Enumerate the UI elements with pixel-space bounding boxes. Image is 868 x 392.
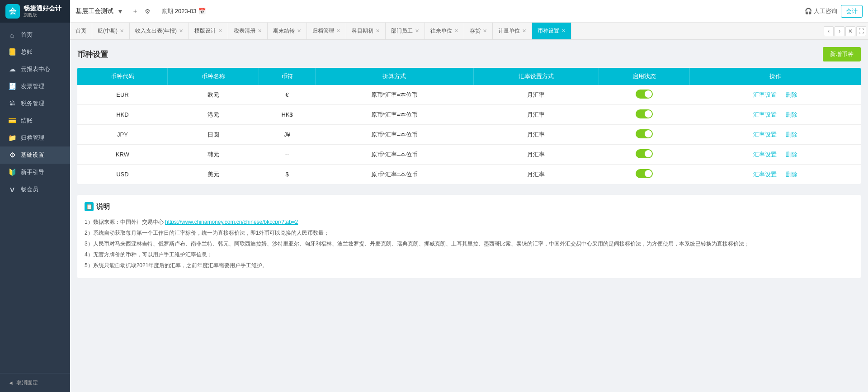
col-name: 币种名称 <box>168 68 259 85</box>
rate-setting-link[interactable]: 汇率设置 <box>753 91 777 98</box>
sidebar-item-label: 结账 <box>21 117 33 125</box>
tab-measure[interactable]: 计量单位 ✕ <box>493 23 532 39</box>
table-row: USD 美元 $ 原币*汇率=本位币 月汇率 汇率设置 删除 <box>77 165 861 184</box>
sidebar-item-ledger[interactable]: 📒 总账 <box>0 43 70 61</box>
tab-close-icon[interactable]: ✕ <box>415 28 419 34</box>
tabs-close-button[interactable]: ✕ <box>845 26 855 36</box>
tab-period-end[interactable]: 期末结转 ✕ <box>268 23 307 39</box>
tax-icon: 🏛 <box>8 100 16 108</box>
tabs-fullscreen-button[interactable]: ⛶ <box>856 26 866 36</box>
dropdown-arrow-icon[interactable]: ▼ <box>117 8 123 15</box>
cell-rate-method: 月汇率 <box>473 85 599 105</box>
sidebar-item-label: 首页 <box>21 31 33 39</box>
tab-close-icon[interactable]: ✕ <box>179 28 183 34</box>
settings-button[interactable]: ⚙ <box>142 6 153 17</box>
sidebar-item-label: 总账 <box>21 48 33 56</box>
tab-close-icon[interactable]: ✕ <box>297 28 301 34</box>
notes-title: 📋 说明 <box>85 202 854 211</box>
sidebar-pin-toggle[interactable]: ◄ 取消固定 <box>0 373 70 392</box>
tab-currency[interactable]: 币种设置 ✕ <box>532 23 571 39</box>
tab-close-icon[interactable]: ✕ <box>376 28 380 34</box>
toggle-track <box>636 109 653 118</box>
notes-item: 2）系统自动获取每月第一个工作日的汇率标价，统一为直接标价法，即1外币可以兑换的… <box>85 227 854 238</box>
status-toggle[interactable] <box>636 169 653 178</box>
tab-archive[interactable]: 归档管理 ✕ <box>307 23 346 39</box>
new-currency-button[interactable]: 新增币种 <box>823 47 861 61</box>
tab-close-icon[interactable]: ✕ <box>454 28 458 34</box>
tab-tax[interactable]: 税表清册 ✕ <box>228 23 268 39</box>
rate-setting-link[interactable]: 汇率设置 <box>753 131 777 138</box>
app-sub: 旗舰版 <box>24 12 61 18</box>
notes-item: 4）无官方牌价的币种，可以用户手工维护汇率信息； <box>85 249 854 260</box>
tabs-next-button[interactable]: › <box>835 26 844 36</box>
rate-setting-link[interactable]: 汇率设置 <box>753 111 777 118</box>
delete-link[interactable]: 删除 <box>786 111 797 118</box>
tab-close-icon[interactable]: ✕ <box>258 28 262 34</box>
toggle-track <box>636 90 653 99</box>
tab-home[interactable]: 首页 <box>70 23 92 39</box>
delete-link[interactable]: 删除 <box>786 91 797 98</box>
tab-close-icon[interactable]: ✕ <box>522 28 526 34</box>
col-rate-method: 汇率设置方式 <box>473 68 599 85</box>
rate-setting-link[interactable]: 汇率设置 <box>753 171 777 178</box>
cell-actions: 汇率设置 删除 <box>690 105 861 125</box>
cell-code: EUR <box>77 85 168 105</box>
status-toggle[interactable] <box>636 129 653 138</box>
tab-accounts[interactable]: 科目期初 ✕ <box>346 23 386 39</box>
delete-link[interactable]: 删除 <box>786 131 797 138</box>
cell-symbol: -- <box>259 145 315 165</box>
cell-symbol: J¥ <box>259 125 315 145</box>
tab-units[interactable]: 往来单位 ✕ <box>425 23 464 39</box>
service-label: 人工咨询 <box>814 7 837 15</box>
sidebar-item-reports[interactable]: ☁ 云报表中心 <box>0 61 70 78</box>
notes-title-text: 说明 <box>96 203 110 211</box>
tab-close-icon[interactable]: ✕ <box>218 28 222 34</box>
toggle-thumb <box>645 110 652 118</box>
status-toggle[interactable] <box>636 90 653 99</box>
toggle-track <box>636 169 653 178</box>
add-project-button[interactable]: ＋ <box>130 6 141 17</box>
sidebar-item-home[interactable]: ⌂ 首页 <box>0 26 70 43</box>
table-row: JPY 日圆 J¥ 原币*汇率=本位币 月汇率 汇率设置 删除 <box>77 125 861 145</box>
sidebar-item-guide[interactable]: 🔰 新手引导 <box>0 164 70 181</box>
tab-template[interactable]: 模版设计 ✕ <box>189 23 228 39</box>
notes-item: 3）人民币对马来西亚林吉特、俄罗斯卢布、南非兰特、韩元、阿联西迪拉姆、沙特里亚尔… <box>85 238 854 249</box>
tab-balance[interactable]: 贬(中期) ✕ <box>92 23 130 39</box>
sidebar-item-checkout[interactable]: 💳 结账 <box>0 112 70 129</box>
rate-setting-link[interactable]: 汇率设置 <box>753 151 777 158</box>
tab-close-icon[interactable]: ✕ <box>483 28 487 34</box>
status-toggle[interactable] <box>636 109 653 118</box>
calendar-icon[interactable]: 📅 <box>198 8 206 14</box>
sidebar-item-invoice[interactable]: 🧾 发票管理 <box>0 78 70 95</box>
cell-name: 韩元 <box>168 145 259 165</box>
tab-label: 期末结转 <box>273 27 295 35</box>
tab-close-icon[interactable]: ✕ <box>336 28 340 34</box>
tabs-prev-button[interactable]: ‹ <box>824 26 834 36</box>
delete-link[interactable]: 删除 <box>786 171 797 178</box>
account-label: 会计 <box>846 8 858 14</box>
tab-income[interactable]: 收入支出表(年报) ✕ <box>130 23 189 39</box>
sidebar-item-member[interactable]: V 畅会员 <box>0 181 70 198</box>
tab-label: 首页 <box>75 27 86 35</box>
cell-symbol: $ <box>259 165 315 184</box>
notes-link[interactable]: https://www.chinamoney.com.cn/chinese/bk… <box>165 219 298 225</box>
status-toggle[interactable] <box>636 149 653 158</box>
tab-dept[interactable]: 部门员工 ✕ <box>386 23 425 39</box>
delete-link[interactable]: 删除 <box>786 151 797 158</box>
cell-status <box>599 145 689 165</box>
tab-close-icon[interactable]: ✕ <box>561 28 566 34</box>
cell-status <box>599 165 689 184</box>
archive-icon: 📁 <box>8 134 16 142</box>
tab-close-icon[interactable]: ✕ <box>120 28 124 34</box>
tab-stock[interactable]: 存货 ✕ <box>464 23 493 39</box>
sidebar-logo: 会 畅捷通好会计 旗舰版 <box>0 0 70 23</box>
service-button[interactable]: 🎧 人工咨询 <box>805 7 837 15</box>
sidebar-item-label: 税务管理 <box>21 99 44 108</box>
sidebar-item-archive[interactable]: 📁 归档管理 <box>0 129 70 146</box>
sidebar-item-tax[interactable]: 🏛 税务管理 <box>0 95 70 112</box>
sidebar-item-settings[interactable]: ⚙ 基础设置 <box>0 146 70 164</box>
notes-item: 5）系统只能自动抓取2021年度后的汇率，之前年度汇率需要用户手工维护。 <box>85 260 854 271</box>
project-selector[interactable]: 基层工会测试 ▼ <box>75 7 125 15</box>
cell-method: 原币*汇率=本位币 <box>316 105 473 125</box>
account-button[interactable]: 会计 <box>841 5 863 18</box>
